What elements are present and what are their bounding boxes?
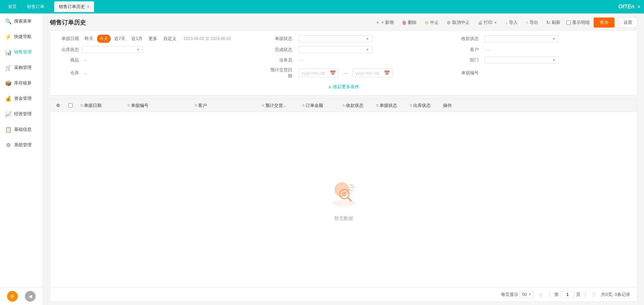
col-settings[interactable]: ⚙: [53, 103, 66, 108]
sales-rep-label: 业务员: [269, 57, 296, 63]
department-select[interactable]: ▼: [485, 56, 559, 64]
date-btn-custom[interactable]: 自定义: [161, 35, 179, 43]
delivery-date-label: 预计交货日期: [269, 67, 296, 79]
delete-icon: 🗑: [402, 20, 406, 25]
display-detail-toggle[interactable]: 显示明细: [566, 20, 590, 26]
next-page-btn[interactable]: ⟩: [583, 291, 588, 298]
col-amount-header[interactable]: ⇅ 订单金额: [299, 103, 340, 109]
table-body: 暂无数据: [50, 112, 637, 287]
select-all-checkbox[interactable]: [68, 103, 73, 108]
tab-sales-history[interactable]: 销售订单历史 ×: [54, 1, 94, 12]
page-size-dropdown[interactable]: 50 ▼: [520, 291, 534, 298]
tab-sales-history-close[interactable]: ×: [87, 4, 89, 9]
col-pay-status-header[interactable]: ⇅ 收款状态: [340, 103, 373, 109]
sidebar-item-system[interactable]: ⚙ 系统管理: [0, 137, 43, 153]
page-title: 销售订单历史: [50, 18, 86, 27]
col-out-status-header[interactable]: ⇅ 出库状态: [407, 103, 440, 109]
date-btn-more[interactable]: 更多: [146, 35, 160, 43]
calendar-from-icon[interactable]: 📅: [330, 70, 336, 76]
purchase-mgmt-icon: 🛒: [5, 65, 11, 71]
sidebar-item-search-menu-label: 搜索菜单: [14, 18, 32, 24]
sidebar-item-inventory[interactable]: 📦 库存核算: [0, 75, 43, 91]
order-status-select[interactable]: ▼: [298, 35, 372, 42]
import-button[interactable]: ↓ 导入: [503, 18, 520, 27]
warehouse-dots[interactable]: ···: [82, 71, 89, 76]
export-button[interactable]: ↑ 导出: [524, 18, 540, 27]
tab-home[interactable]: 首页: [3, 1, 22, 12]
sales-mgmt-icon: 📊: [5, 49, 11, 55]
date-btn-yesterday[interactable]: 昨天: [82, 35, 96, 43]
print-button[interactable]: 🖨 打印 ▼: [476, 18, 499, 27]
collapse-button[interactable]: ∧ 收起更多条件: [328, 82, 359, 91]
delete-label: 删除: [408, 20, 417, 26]
new-button[interactable]: ＋ + 新增: [373, 18, 396, 27]
delivery-date-from-input[interactable]: yyyy-mm-dd 📅: [298, 69, 339, 77]
sidebar-item-purchase-mgmt[interactable]: 🛒 采购管理: [0, 60, 43, 75]
col-checkbox-header[interactable]: [66, 103, 78, 108]
stop-button[interactable]: ⊘ 中止: [423, 18, 441, 27]
content-area: 销售订单历史 ＋ + 新增 🗑 删除 ⊘ 中止 ⊘ 取消中止: [43, 13, 644, 305]
complete-status-select[interactable]: ▼: [298, 46, 372, 53]
inventory-icon: 📦: [5, 80, 11, 86]
col-order-status-header[interactable]: ⇅ 单据状态: [373, 103, 407, 109]
product-dots[interactable]: ···: [82, 58, 89, 63]
col-date-header[interactable]: ⇅ 单据日期: [78, 103, 125, 109]
sidebar-settings-icon[interactable]: ⚙: [7, 291, 18, 302]
sort-delivery-icon: ⇅: [262, 104, 264, 107]
date-btn-7days[interactable]: 近7天: [112, 35, 128, 43]
brand-text: OfTEn: [618, 4, 634, 10]
sidebar-item-quick-nav[interactable]: ⚡ 快捷导航: [0, 29, 43, 44]
customer-dots[interactable]: ···: [485, 47, 491, 52]
date-filter-control: 昨天 今天 近7天 近1月 更多 自定义 2023-06-02 至 2023-0…: [82, 35, 259, 43]
calendar-to-icon[interactable]: 📅: [384, 70, 390, 76]
delivery-date-to-text: yyyy-mm-dd: [355, 71, 379, 76]
delete-button[interactable]: 🗑 删除: [400, 18, 419, 27]
display-detail-checkbox[interactable]: [566, 21, 571, 25]
stop-icon: ⊘: [425, 20, 429, 25]
cancel-stop-button[interactable]: ⊘ 取消中止: [445, 18, 472, 27]
collapse-label: 收起更多条件: [333, 84, 359, 90]
col-customer-header[interactable]: ⇅ 客户: [192, 103, 259, 109]
date-btn-today[interactable]: 今天: [97, 35, 111, 43]
date-btn-1month[interactable]: 近1月: [129, 35, 145, 43]
sidebar-item-search-menu[interactable]: 🔍 搜索菜单: [0, 13, 43, 29]
prev-page-btn[interactable]: ⟨: [547, 291, 552, 298]
window-close-btn[interactable]: ×: [637, 3, 641, 10]
settings-button[interactable]: 设置: [618, 17, 637, 28]
delivery-date-to-input[interactable]: yyyy-mm-dd 📅: [352, 69, 393, 77]
order-status-arrow-icon: ▼: [366, 37, 369, 41]
out-status-select[interactable]: ▼: [82, 46, 143, 53]
first-page-btn[interactable]: ⟨⟨: [537, 291, 545, 298]
col-order-status-label: 单据状态: [380, 103, 397, 109]
export-icon: ↑: [526, 20, 528, 25]
refresh-button[interactable]: ↻ 刷新: [544, 18, 562, 27]
page-size-dropdown-icon: ▼: [528, 293, 531, 296]
page-label: 第: [554, 292, 559, 298]
sidebar-collapse-icon[interactable]: ◀: [25, 291, 36, 302]
sidebar-item-basic-info[interactable]: 📋 基础信息: [0, 122, 43, 137]
last-page-btn[interactable]: ⟩⟩: [590, 291, 598, 298]
tab-sales-order-close[interactable]: ×: [46, 4, 49, 9]
refresh-label: 刷新: [552, 20, 560, 26]
sidebar-item-capital[interactable]: 💰 资金管理: [0, 91, 43, 106]
sidebar-item-sales-mgmt[interactable]: 📊 销售管理: [0, 44, 43, 60]
col-delivery-header[interactable]: ⇅ 预计交货...: [259, 103, 299, 109]
display-detail-label: 显示明细: [572, 20, 590, 26]
department-arrow-icon: ▼: [552, 58, 556, 62]
page-size-select: 每页显示 50 ▼: [501, 291, 534, 298]
col-pay-status-label: 收款状态: [346, 103, 363, 109]
department-label: 部门: [455, 57, 482, 63]
sales-rep-dots[interactable]: ···: [298, 58, 305, 63]
sidebar-item-operations[interactable]: 📈 经营管理: [0, 106, 43, 122]
tab-sales-order[interactable]: 销售订单 ×: [22, 1, 53, 12]
pay-status-select[interactable]: ▼: [485, 35, 559, 42]
complete-status-arrow-icon: ▼: [366, 48, 369, 51]
empty-text: 暂无数据: [334, 216, 353, 222]
table-header: ⚙ ⇅ 单据日期 ⇅ 单据编号 ⇅ 客户 ⇅: [50, 99, 637, 112]
filter-area: 单据日期 昨天 今天 近7天 近1月 更多 自定义 2023-06-02 至 2…: [50, 30, 637, 96]
page-number-input[interactable]: [561, 291, 574, 298]
col-order-no-header[interactable]: ⇅ 单据编号: [125, 103, 192, 109]
date-quick-btns: 昨天 今天 近7天 近1月 更多 自定义: [82, 35, 179, 43]
query-button[interactable]: 查询: [594, 17, 614, 28]
collapse-row: ∧ 收起更多条件: [55, 82, 632, 91]
